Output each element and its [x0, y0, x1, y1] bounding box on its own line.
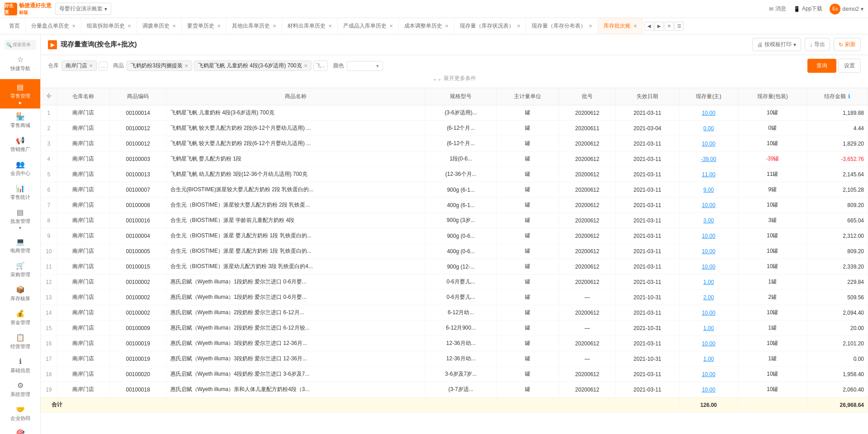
close-icon[interactable]: ✕: [517, 24, 520, 28]
sidebar-item-ecommerce[interactable]: 💻 电商管理: [0, 234, 40, 258]
cell-unit: 罐: [496, 121, 559, 136]
color-dropdown[interactable]: ▾: [347, 61, 383, 71]
sidebar-item-basic[interactable]: ℹ 基础信息: [0, 354, 40, 377]
nav-prev-btn[interactable]: ◀: [645, 22, 654, 31]
product-more[interactable]: 飞...: [313, 61, 328, 71]
tab-diao-bo[interactable]: 调拨单历史 ✕: [137, 18, 182, 34]
sidebar-item-management[interactable]: 📋 经营管理: [0, 330, 40, 354]
account-dropdown[interactable]: 母婴行业演示账套 ▾: [55, 3, 111, 15]
tab-yao-huo[interactable]: 要货单历史 ✕: [182, 18, 226, 34]
row-num: 12: [41, 274, 57, 290]
sidebar-item-corp[interactable]: 🤝 企业协同: [0, 401, 40, 425]
sidebar-item-shortcut[interactable]: ☆ 快捷导航: [0, 52, 40, 75]
nav-close-btn[interactable]: ✕: [665, 22, 674, 31]
user-menu[interactable]: Ea demo2 ▾: [830, 4, 863, 14]
table-row: 6 南岸门店 00100007 合生元(BIOSTIME)派星较大婴儿配方奶粉 …: [41, 182, 868, 198]
warehouse-tag-label: 南岸门店: [66, 62, 87, 70]
expand-more-icon: ⌄⌄: [433, 75, 442, 82]
tab-zu-zhuang[interactable]: 组装拆卸单历史 ✕: [81, 18, 137, 34]
cell-code: 00100020: [109, 367, 166, 382]
tab-produce-in[interactable]: 产成品入库单历史 ✕: [338, 18, 399, 34]
cell-code: 00100018: [109, 382, 166, 397]
close-icon[interactable]: ✕: [328, 24, 332, 28]
tab-inventory-dist[interactable]: 现存量（库存分布表） ✕: [526, 18, 598, 34]
cell-qty-main: 11.00: [679, 167, 738, 182]
tab-label: 其他出库单历史: [232, 22, 270, 30]
nav-more-btn[interactable]: ☰: [675, 22, 684, 31]
close-icon[interactable]: ✕: [72, 24, 75, 28]
color-label: 颜色: [333, 62, 344, 70]
sidebar-item-marketing[interactable]: 📢 营销推广: [0, 132, 40, 156]
messages-btn[interactable]: ✉ 消息: [769, 5, 786, 13]
row-num: 1: [41, 105, 57, 121]
sidebar-item-retail[interactable]: ▤ 零售管理 ▶: [0, 79, 40, 108]
product-tag-1[interactable]: 飞鹤奶粉3段丙捆提装 ✕: [127, 61, 192, 71]
tab-inventory-status[interactable]: 现存量（库存状况表） ✕: [454, 18, 526, 34]
close-icon[interactable]: ✕: [217, 24, 221, 28]
cell-name: 惠氏启赋（Wyeth illuma）3段奶粉 爱尔兰进口 12-36月...: [166, 336, 425, 351]
tab-material-out[interactable]: 材料出库单历史 ✕: [282, 18, 338, 34]
close-icon[interactable]: ✕: [389, 24, 393, 28]
tab-cost-adjust[interactable]: 成本调整单历史 ✕: [399, 18, 454, 34]
inventory-icon: 📦: [16, 285, 25, 294]
search-input[interactable]: 🔍 搜索英单: [5, 40, 36, 50]
sidebar-ecommerce-label: 电商管理: [10, 247, 30, 254]
tab-fen-pan[interactable]: 分量盘点单历史 ✕: [26, 18, 81, 34]
sidebar-item-wholesale[interactable]: ▤ 批发管理 ▼: [0, 204, 40, 234]
cell-expire: 2021-03-11: [616, 167, 679, 182]
cell-code: 00100002: [109, 274, 166, 290]
close-icon[interactable]: ✕: [273, 24, 276, 28]
cell-qty-main: 1.00: [679, 351, 738, 367]
tab-other-out[interactable]: 其他出库单历史 ✕: [226, 18, 282, 34]
cell-qty-main: 10.00: [679, 305, 738, 321]
total-label: 合计: [41, 397, 679, 413]
sidebar-wholesale-label: 批发管理: [10, 218, 30, 225]
sidebar-item-member[interactable]: 👥 会员中心: [0, 156, 40, 180]
product-tag-2[interactable]: 飞鹤星飞帆 儿童奶粉 4段(3-6岁适用) 700克 ✕: [194, 61, 311, 71]
remove-product-2-icon[interactable]: ✕: [304, 63, 307, 68]
tab-home[interactable]: 首页: [4, 18, 26, 34]
settings-btn[interactable]: 设置: [838, 59, 861, 73]
cell-amount: 2,060.40: [807, 382, 868, 397]
cell-spec: 12-36月幼...: [425, 351, 496, 367]
remove-warehouse-icon[interactable]: ✕: [89, 63, 93, 68]
warehouse-tag[interactable]: 南岸门店 ✕: [61, 61, 97, 71]
close-icon[interactable]: ✕: [127, 24, 131, 28]
cell-name: 惠氏启赋（Wyeth illuma）2段奶粉 爱尔兰进口 6-12月...: [166, 305, 425, 321]
app-download-btn[interactable]: 📱 App下载: [793, 5, 822, 13]
tab-batch-account[interactable]: 库存批次账 ✕: [598, 18, 643, 34]
cell-warehouse: 南岸门店: [57, 274, 109, 290]
cell-warehouse: 南岸门店: [57, 167, 109, 182]
cell-batch: 20200612: [559, 382, 616, 397]
remove-product-1-icon[interactable]: ✕: [184, 63, 188, 68]
sidebar-item-purchase[interactable]: 🛒 采购管理: [0, 258, 40, 282]
sidebar-item-retail-stats[interactable]: 📊 零售统计: [0, 180, 40, 204]
cell-spec: (3-6岁适用)...: [425, 105, 496, 121]
nav-next-btn[interactable]: ▶: [655, 22, 664, 31]
cell-spec: 900g (3岁...: [425, 213, 496, 228]
search-btn[interactable]: 查询: [807, 59, 836, 73]
close-icon[interactable]: ✕: [589, 24, 592, 28]
refresh-btn[interactable]: ↻ 刷新: [834, 38, 861, 51]
close-icon[interactable]: ✕: [172, 24, 176, 28]
sidebar-shortcut-label: 快捷导航: [10, 65, 30, 72]
export-btn[interactable]: ↓ 导出: [805, 38, 830, 51]
sidebar-item-finance[interactable]: 💰 资金管理: [0, 306, 40, 330]
sidebar-item-inventory[interactable]: 📦 库存核算: [0, 282, 40, 306]
expand-more-btn[interactable]: ⌄⌄ 展开更多条件: [48, 73, 861, 84]
cell-warehouse: 南岸门店: [57, 136, 109, 151]
sidebar-item-system[interactable]: ⚙ 系统管理: [0, 377, 40, 401]
sidebar-item-guide[interactable]: 🎯 新手引导: [0, 425, 40, 434]
cell-code: 00100014: [109, 105, 166, 121]
expand-filter-btn[interactable]: ▶: [48, 40, 57, 49]
cell-unit: 罐: [496, 213, 559, 228]
template-print-btn[interactable]: 🖨 按模板打印 ▾: [752, 38, 801, 51]
close-icon[interactable]: ✕: [633, 24, 637, 28]
warehouse-more[interactable]: ...: [99, 61, 108, 71]
sidebar-item-mall[interactable]: 🏪 零售商城: [0, 108, 40, 132]
table-row: 9 南岸门店 00100004 合生元（BIOSTIME）派星 婴儿配方奶粉 1…: [41, 228, 868, 244]
cell-expire: 2021-10-31: [616, 290, 679, 305]
table-row: 7 南岸门店 00100008 合生元（BIOSTIME）派星较大婴儿配方奶粉 …: [41, 198, 868, 213]
close-icon[interactable]: ✕: [445, 24, 448, 28]
cell-amount: 809.20: [807, 198, 868, 213]
